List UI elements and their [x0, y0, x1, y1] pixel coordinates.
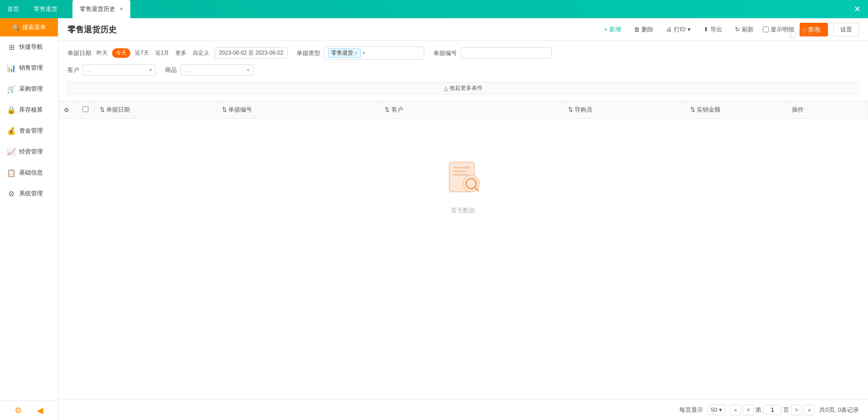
- select-all-checkbox[interactable]: [82, 106, 88, 112]
- delete-button[interactable]: 🗑 删除: [630, 24, 657, 36]
- doc-num-label: 单据编号: [433, 49, 457, 57]
- prev-page-icon: <: [747, 407, 750, 413]
- new-button[interactable]: + 新增: [601, 24, 625, 36]
- search-icon: 🔍: [12, 24, 20, 31]
- menu-icon-quick-nav: ⊞: [7, 43, 15, 51]
- doc-num-input[interactable]: [461, 47, 552, 59]
- page-unit: 页: [783, 406, 789, 414]
- table-header-row: ⚙ ⇅ 单据日期 ⇅ 单据编号 ⇅ 客户: [58, 101, 868, 119]
- th-customer[interactable]: ⇅ 客户: [379, 101, 562, 119]
- top-bar: 首页零售退货×零售退货历史× ✕: [0, 0, 868, 18]
- date-opt-4[interactable]: 更多: [174, 48, 188, 58]
- collapse-button[interactable]: △ 收起更多条件: [67, 82, 859, 94]
- th-num[interactable]: ⇅ 单据编号: [216, 101, 379, 119]
- refresh-icon: ↻: [735, 26, 740, 33]
- first-page-icon: «: [734, 407, 737, 413]
- menu-label-quick-nav: 快捷导航: [19, 43, 43, 51]
- setting-button[interactable]: 设置: [833, 23, 859, 36]
- customer-dropdown-icon: ▾: [149, 67, 152, 72]
- last-page-button[interactable]: »: [804, 405, 815, 415]
- data-table: ⚙ ⇅ 单据日期 ⇅ 单据编号 ⇅ 客户: [58, 101, 868, 251]
- th-settings[interactable]: ⚙: [58, 101, 77, 119]
- export-button[interactable]: ⬆ 导出: [700, 24, 726, 36]
- doc-type-filter: 单据类型 零售退货 × ▾: [297, 46, 424, 60]
- prev-page-button[interactable]: <: [743, 405, 754, 415]
- page-num-input[interactable]: [763, 405, 781, 415]
- tab-retail-return[interactable]: 零售退货×: [26, 0, 72, 18]
- menu-icon-basic-info: 📋: [7, 169, 15, 177]
- tab-close-retail-return[interactable]: ×: [62, 6, 65, 12]
- tab-bar: 首页零售退货×零售退货历史×: [0, 0, 854, 18]
- refresh-button[interactable]: ↻ 刷新: [731, 24, 757, 36]
- sidebar: 🔍 搜索菜单 ⊞ 快捷导航 📊 销售管理 🛒 采购管理 🔒 库存核算 💰 资金管…: [0, 18, 58, 420]
- page-label: 第: [755, 406, 761, 414]
- sidebar-item-quick-nav[interactable]: ⊞ 快捷导航: [0, 36, 58, 57]
- print-icon: 🖨: [666, 26, 672, 33]
- show-detail-checkbox-label[interactable]: 显示明细: [763, 26, 794, 34]
- doc-type-tag-text: 零售退货: [331, 49, 353, 57]
- menu-icon-sales-mgmt: 📊: [7, 64, 15, 72]
- customer-input[interactable]: ... ▾: [83, 64, 156, 76]
- date-opt-3[interactable]: 近1月: [154, 48, 171, 58]
- menu-label-inventory: 库存核算: [19, 106, 43, 114]
- query-button[interactable]: 查询: [800, 23, 828, 36]
- customer-filter: 客户 ... ▾: [67, 64, 156, 76]
- menu-label-basic-info: 基础信息: [19, 169, 43, 177]
- doc-type-tag-close[interactable]: ×: [354, 50, 358, 56]
- delete-icon: 🗑: [634, 26, 640, 33]
- tab-close-retail-return-history[interactable]: ×: [120, 6, 123, 12]
- sidebar-item-operations[interactable]: 📈 经营管理: [0, 141, 58, 162]
- date-range-display[interactable]: 2023-06-02 至 2023-06-02: [215, 47, 287, 59]
- date-opt-0[interactable]: 昨天: [95, 48, 109, 58]
- top-bar-right: ✕: [854, 4, 868, 14]
- date-opt-1[interactable]: 今天: [112, 48, 130, 58]
- next-page-button[interactable]: >: [791, 405, 802, 415]
- show-detail-checkbox[interactable]: [763, 26, 769, 32]
- goods-dropdown-icon: ▾: [247, 67, 249, 72]
- collapse-label: 收起更多条件: [450, 84, 483, 92]
- sidebar-item-finance[interactable]: 💰 资金管理: [0, 120, 58, 141]
- date-opt-5[interactable]: 自定义: [191, 48, 211, 58]
- doc-type-label: 单据类型: [297, 49, 320, 57]
- date-opt-2[interactable]: 近7天: [133, 48, 151, 58]
- empty-icon: [440, 155, 486, 201]
- sidebar-item-basic-info[interactable]: 📋 基础信息: [0, 162, 58, 183]
- print-button[interactable]: 🖨 打印 ▾: [663, 24, 694, 36]
- doc-type-input[interactable]: 零售退货 × ▾: [324, 46, 424, 60]
- doc-type-tag: 零售退货 ×: [328, 48, 361, 58]
- th-checkbox[interactable]: [77, 101, 94, 119]
- page-header: 零售退货历史 + 新增 🗑 删除 🖨 打印 ▾ ⬆ 导出 ↻: [58, 18, 868, 41]
- date-options: 昨天今天近7天近1月更多自定义: [95, 48, 211, 58]
- sidebar-item-sales-mgmt[interactable]: 📊 销售管理: [0, 57, 58, 78]
- filter-row-2: 客户 ... ▾ 商品 ... ▾: [67, 64, 859, 76]
- svg-rect-3: [453, 174, 468, 176]
- th-date[interactable]: ⇅ 单据日期: [94, 101, 216, 119]
- menu-label-system: 系统管理: [19, 190, 43, 198]
- sidebar-item-purchase-mgmt[interactable]: 🛒 采购管理: [0, 78, 58, 99]
- sidebar-search[interactable]: 🔍 搜索菜单: [0, 18, 58, 36]
- first-page-button[interactable]: «: [730, 405, 741, 415]
- tab-home[interactable]: 首页: [0, 0, 26, 18]
- total-info: 共0页, 0条记录: [819, 406, 859, 414]
- th-op: 操作: [786, 101, 868, 119]
- collapse-arrow-icon: △: [444, 85, 448, 92]
- th-date-label: ⇅ 单据日期: [100, 106, 130, 113]
- main-layout: 🔍 搜索菜单 ⊞ 快捷导航 📊 销售管理 🛒 采购管理 🔒 库存核算 💰 资金管…: [0, 18, 868, 420]
- settings-icon: ⚙: [64, 107, 69, 113]
- menu-icon-operations: 📈: [7, 148, 15, 156]
- th-amount[interactable]: ⇅ 实销金额: [684, 101, 786, 119]
- sidebar-item-system[interactable]: ⚙ 系统管理: [0, 183, 58, 204]
- settings-icon[interactable]: ⚙: [15, 405, 22, 415]
- sidebar-item-inventory[interactable]: 🔒 库存核算: [0, 99, 58, 120]
- th-guide[interactable]: ⇅ 导购员: [562, 101, 684, 119]
- page-size-select[interactable]: 50 ▾: [708, 405, 725, 415]
- sidebar-search-label: 搜索菜单: [22, 23, 46, 31]
- menu-label-sales-mgmt: 销售管理: [19, 64, 43, 72]
- tab-retail-return-history[interactable]: 零售退货历史×: [72, 0, 130, 18]
- date-filter-label: 单据日期: [67, 49, 91, 57]
- th-customer-label: ⇅ 客户: [385, 106, 403, 113]
- goods-input[interactable]: ... ▾: [180, 64, 253, 76]
- window-close-icon[interactable]: ✕: [854, 4, 861, 14]
- filter-row-1: 单据日期 昨天今天近7天近1月更多自定义 2023-06-02 至 2023-0…: [67, 46, 859, 60]
- collapse-icon[interactable]: ◀: [37, 405, 43, 415]
